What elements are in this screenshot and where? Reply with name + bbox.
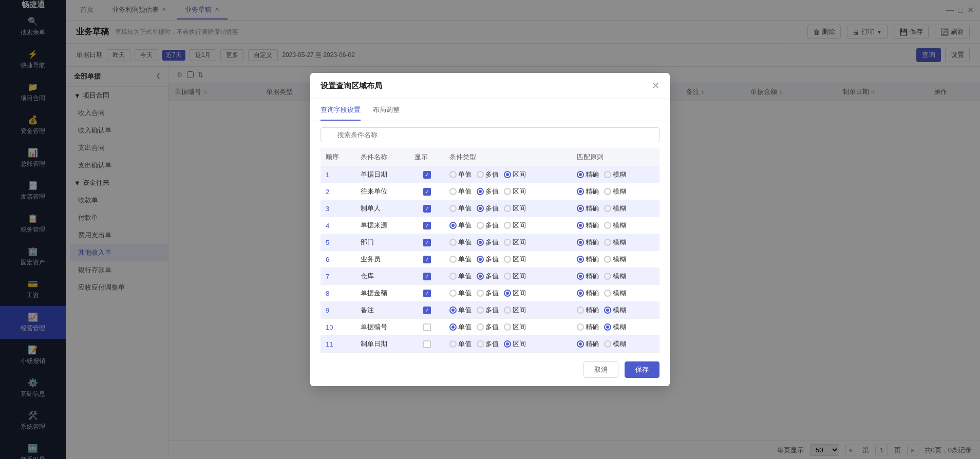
type-radio-5-1[interactable]: 多值: [477, 238, 499, 247]
row-display-3: ✓: [409, 200, 444, 217]
row-name-6: 业务员: [355, 251, 410, 268]
row-display-5: ✓: [409, 234, 444, 251]
type-radio-5-0[interactable]: 单值: [449, 238, 472, 247]
match-radio-2-1[interactable]: 模糊: [604, 187, 626, 196]
match-radio-5-1[interactable]: 模糊: [604, 238, 626, 247]
match-radio-8-1[interactable]: 模糊: [604, 289, 626, 298]
row-name-5: 部门: [355, 234, 410, 251]
type-radio-10-2[interactable]: 区间: [504, 322, 526, 332]
col-cond-name: 条件名称: [355, 148, 410, 166]
type-radio-2-0[interactable]: 单值: [449, 187, 472, 196]
row-type-7: 单值 多值 区间: [444, 268, 572, 285]
type-radio-8-1[interactable]: 多值: [477, 289, 499, 298]
type-radio-3-0[interactable]: 单值: [449, 204, 472, 213]
match-radio-7-1[interactable]: 模糊: [604, 272, 626, 281]
display-checkbox-5[interactable]: ✓: [423, 239, 431, 246]
display-checkbox-11[interactable]: [423, 340, 431, 348]
display-checkbox-7[interactable]: ✓: [423, 273, 431, 280]
row-order-7: 7: [321, 268, 355, 285]
type-radio-1-2[interactable]: 区间: [504, 170, 526, 179]
match-radio-7-0[interactable]: 精确: [577, 272, 599, 281]
display-checkbox-4[interactable]: ✓: [423, 222, 431, 230]
match-radio-6-0[interactable]: 精确: [577, 255, 599, 264]
match-radio-1-0[interactable]: 精确: [577, 170, 599, 179]
row-order-9: 9: [321, 302, 355, 319]
match-radio-3-1[interactable]: 模糊: [604, 204, 626, 213]
type-radio-2-1[interactable]: 多值: [477, 187, 499, 196]
match-radio-2-0[interactable]: 精确: [577, 187, 599, 196]
type-radio-11-2[interactable]: 区间: [504, 339, 526, 349]
type-radio-7-1[interactable]: 多值: [477, 272, 499, 281]
type-radio-10-1[interactable]: 多值: [477, 322, 499, 332]
dialog-table-row: 6业务员 ✓ 单值 多值 区间 精确 模糊: [321, 251, 659, 268]
match-radio-6-1[interactable]: 模糊: [604, 255, 626, 264]
row-type-3: 单值 多值 区间: [444, 200, 572, 217]
type-radio-3-2[interactable]: 区间: [504, 204, 526, 213]
dialog-overlay: 设置查询区域布局 ✕ 查询字段设置 布局调整 🔍 顺序 条件名称: [0, 0, 980, 459]
row-type-10: 单值 多值 区间: [444, 319, 572, 336]
display-checkbox-9[interactable]: ✓: [423, 307, 431, 314]
match-radio-3-0[interactable]: 精确: [577, 204, 599, 213]
match-radio-9-0[interactable]: 精确: [577, 305, 599, 315]
row-type-5: 单值 多值 区间: [444, 234, 572, 251]
match-radio-5-0[interactable]: 精确: [577, 238, 599, 247]
dialog-table-row: 5部门 ✓ 单值 多值 区间 精确 模糊: [321, 234, 659, 251]
row-display-7: ✓: [409, 268, 444, 285]
display-checkbox-6[interactable]: ✓: [423, 256, 431, 263]
cancel-button[interactable]: 取消: [583, 361, 618, 378]
type-radio-1-1[interactable]: 多值: [477, 170, 499, 179]
match-radio-10-1[interactable]: 模糊: [604, 322, 626, 332]
row-order-3: 3: [321, 200, 355, 217]
row-match-4: 精确 模糊: [572, 217, 659, 234]
display-checkbox-10[interactable]: [423, 323, 431, 331]
type-radio-1-0[interactable]: 单值: [449, 170, 472, 179]
match-radio-10-0[interactable]: 精确: [577, 322, 599, 332]
match-radio-4-0[interactable]: 精确: [577, 221, 599, 230]
row-order-1: 1: [321, 166, 355, 183]
type-radio-3-1[interactable]: 多值: [477, 204, 499, 213]
row-order-11: 11: [321, 336, 355, 353]
tab-layout[interactable]: 布局调整: [373, 105, 400, 121]
type-radio-9-0[interactable]: 单值: [449, 305, 472, 315]
row-name-8: 单据金额: [355, 285, 410, 302]
type-radio-4-2[interactable]: 区间: [504, 221, 526, 230]
type-radio-9-1[interactable]: 多值: [477, 305, 499, 315]
type-radio-7-2[interactable]: 区间: [504, 272, 526, 281]
row-order-5: 5: [321, 234, 355, 251]
display-checkbox-8[interactable]: ✓: [423, 290, 431, 297]
type-radio-8-2[interactable]: 区间: [504, 289, 526, 298]
row-name-1: 单据日期: [355, 166, 410, 183]
type-radio-11-0[interactable]: 单值: [449, 339, 472, 349]
dialog-close-button[interactable]: ✕: [652, 80, 659, 91]
dialog-table-row: 4单据来源 ✓ 单值 多值 区间 精确 模糊: [321, 217, 659, 234]
type-radio-6-1[interactable]: 多值: [477, 255, 499, 264]
match-radio-11-1[interactable]: 模糊: [604, 339, 626, 349]
row-type-2: 单值 多值 区间: [444, 183, 572, 200]
row-type-8: 单值 多值 区间: [444, 285, 572, 302]
type-radio-8-0[interactable]: 单值: [449, 289, 472, 298]
condition-search-input[interactable]: [321, 127, 659, 142]
match-radio-1-1[interactable]: 模糊: [604, 170, 626, 179]
type-radio-6-0[interactable]: 单值: [449, 255, 472, 264]
type-radio-2-2[interactable]: 区间: [504, 187, 526, 196]
display-checkbox-1[interactable]: ✓: [423, 171, 431, 179]
save-dialog-button[interactable]: 保存: [625, 361, 659, 378]
row-name-7: 仓库: [355, 268, 410, 285]
dialog-table-row: 3制单人 ✓ 单值 多值 区间 精确 模糊: [321, 200, 659, 217]
type-radio-10-0[interactable]: 单值: [449, 322, 472, 332]
display-checkbox-2[interactable]: ✓: [423, 188, 431, 196]
type-radio-5-2[interactable]: 区间: [504, 238, 526, 247]
type-radio-4-1[interactable]: 多值: [477, 221, 499, 230]
type-radio-11-1[interactable]: 多值: [477, 339, 499, 349]
match-radio-11-0[interactable]: 精确: [577, 339, 599, 349]
type-radio-7-0[interactable]: 单值: [449, 272, 472, 281]
match-radio-8-0[interactable]: 精确: [577, 289, 599, 298]
type-radio-4-0[interactable]: 单值: [449, 221, 472, 230]
display-checkbox-3[interactable]: ✓: [423, 205, 431, 213]
match-radio-4-1[interactable]: 模糊: [604, 221, 626, 230]
type-radio-6-2[interactable]: 区间: [504, 255, 526, 264]
dialog-table-row: 7仓库 ✓ 单值 多值 区间 精确 模糊: [321, 268, 659, 285]
tab-query-fields[interactable]: 查询字段设置: [321, 105, 361, 121]
match-radio-9-1[interactable]: 模糊: [604, 305, 626, 315]
type-radio-9-2[interactable]: 区间: [504, 305, 526, 315]
